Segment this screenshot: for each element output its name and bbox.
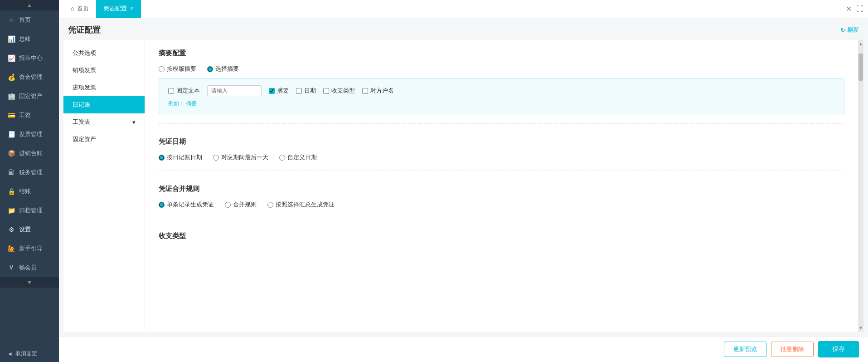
save-button[interactable]: 保存 bbox=[818, 341, 859, 357]
sidebar-item-settings[interactable]: ⚙ 设置 bbox=[0, 220, 59, 239]
cb-date[interactable]: 日期 bbox=[296, 87, 316, 95]
fixed-text-input[interactable] bbox=[207, 85, 262, 96]
merge-select[interactable]: 按照选择汇总生成凭证 bbox=[267, 201, 335, 209]
cb-income-type[interactable]: 收支类型 bbox=[323, 87, 355, 95]
window-maximize-icon[interactable]: ⛶ bbox=[856, 5, 863, 13]
summary-mode-group: 按模版摘要 选择摘要 bbox=[159, 65, 844, 73]
home-icon: ⌂ bbox=[7, 16, 15, 24]
refresh-button[interactable]: ↻ 刷新 bbox=[840, 26, 859, 34]
sidebar-item-purchase-sale[interactable]: 📦 进销台账 bbox=[0, 144, 59, 163]
sidebar-item-guide[interactable]: 🙋 新手引导 bbox=[0, 239, 59, 258]
sidebar-item-invoice-mgmt[interactable]: 🧾 发票管理 bbox=[0, 125, 59, 144]
tax-icon: 🏛 bbox=[7, 169, 15, 176]
voucher-date-journal-radio[interactable] bbox=[159, 155, 165, 161]
purchase-sale-icon: 📦 bbox=[7, 150, 15, 157]
guide-icon: 🙋 bbox=[7, 245, 15, 252]
batch-delete-button[interactable]: 批量删除 bbox=[771, 342, 814, 357]
voucher-date-last-day-radio[interactable] bbox=[213, 155, 219, 161]
sidebar-item-close[interactable]: 🔒 结账 bbox=[0, 182, 59, 201]
voucher-date-journal[interactable]: 按日记账日期 bbox=[159, 153, 202, 161]
cb-income-type-input[interactable] bbox=[323, 88, 329, 94]
sidebar-item-home[interactable]: ⌂ 首页 bbox=[0, 10, 59, 29]
content-area: 凭证配置 ↻ 刷新 公共选项 销项发票 进项发票 日记账 bbox=[59, 18, 868, 362]
left-nav-payroll-table[interactable]: 工资表 ▾ bbox=[63, 113, 145, 131]
section-merge-rules: 凭证合并规则 单条记录生成凭证 合并规则 按照选择汇总生成凭证 bbox=[159, 185, 844, 218]
refresh-icon: ↻ bbox=[840, 27, 845, 34]
sidebar-item-payroll[interactable]: 💳 工资 bbox=[0, 106, 59, 125]
page-title: 凭证配置 bbox=[68, 24, 101, 35]
assets-icon: 🏢 bbox=[7, 93, 15, 100]
layout: 公共选项 销项发票 进项发票 日记账 工资表 ▾ 固定资产 bbox=[63, 40, 863, 332]
section-summary: 摘要配置 按模版摘要 选择摘要 bbox=[159, 49, 844, 124]
sidebar-item-vip[interactable]: V 畅会员 bbox=[0, 258, 59, 277]
tab-home[interactable]: ⌂ 首页 bbox=[63, 0, 96, 18]
cb-date-input[interactable] bbox=[296, 88, 302, 94]
sidebar-scroll-up[interactable]: ▲ bbox=[0, 0, 59, 10]
left-nav-public[interactable]: 公共选项 bbox=[63, 44, 145, 62]
voucher-date-group: 按日记账日期 对应期间最后一天 自定义日期 bbox=[159, 153, 844, 161]
section-income-type: 收支类型 bbox=[159, 232, 844, 257]
cb-counterpart[interactable]: 对方户名 bbox=[362, 87, 394, 95]
tab-bar-right: ✕ ⛶ bbox=[846, 5, 863, 13]
main-area: ⌂ 首页 凭证配置 ✕ ✕ ⛶ 凭证配置 ↻ 刷新 公共选项 bbox=[59, 0, 868, 362]
sidebar-pin-button[interactable]: ◄ 取消固定 bbox=[0, 345, 59, 362]
cb-counterpart-input[interactable] bbox=[362, 88, 368, 94]
summary-mode-select-radio[interactable] bbox=[207, 66, 213, 72]
merge-single-radio[interactable] bbox=[159, 202, 165, 208]
reports-icon: 📈 bbox=[7, 54, 15, 62]
tab-voucher-config[interactable]: 凭证配置 ✕ bbox=[96, 0, 141, 18]
scrollbar-thumb[interactable] bbox=[858, 54, 863, 81]
payroll-icon: 💳 bbox=[7, 112, 15, 119]
voucher-date-last-day[interactable]: 对应期间最后一天 bbox=[213, 153, 268, 161]
voucher-date-title: 凭证日期 bbox=[159, 137, 844, 146]
scrollbar-up[interactable]: ▲ bbox=[858, 40, 863, 48]
close-account-icon: 🔒 bbox=[7, 188, 15, 195]
summary-checkbox-row: 固定文本 摘要 日期 bbox=[168, 85, 835, 96]
left-nav-purchase-invoice[interactable]: 进项发票 bbox=[63, 79, 145, 96]
sidebar-scroll-down[interactable]: ▼ bbox=[0, 277, 59, 288]
tab-close-icon[interactable]: ✕ bbox=[130, 5, 134, 11]
merge-select-radio[interactable] bbox=[267, 202, 273, 208]
invoice-mgmt-icon: 🧾 bbox=[7, 131, 15, 138]
ledger-icon: 📊 bbox=[7, 35, 15, 43]
cb-summary-input[interactable] bbox=[269, 88, 275, 94]
left-nav-journal[interactable]: 日记账 bbox=[63, 96, 145, 113]
summary-config-box: 固定文本 摘要 日期 bbox=[159, 78, 844, 114]
sidebar-item-assets[interactable]: 🏢 固定资产 bbox=[0, 87, 59, 106]
section-voucher-date: 凭证日期 按日记账日期 对应期间最后一天 自定义日期 bbox=[159, 137, 844, 171]
settings-icon: ⚙ bbox=[7, 226, 15, 233]
cb-fixed-text[interactable]: 固定文本 bbox=[168, 87, 200, 95]
vip-icon: V bbox=[7, 264, 15, 271]
summary-mode-template[interactable]: 按模版摘要 bbox=[159, 65, 196, 73]
summary-mode-template-radio[interactable] bbox=[159, 66, 165, 72]
page-header: 凭证配置 ↻ 刷新 bbox=[59, 18, 868, 40]
sidebar-item-ledger[interactable]: 📊 总账 bbox=[0, 29, 59, 49]
sidebar-item-archive[interactable]: 📁 归档管理 bbox=[0, 201, 59, 220]
funds-icon: 💰 bbox=[7, 73, 15, 81]
left-nav-sales-invoice[interactable]: 销项发票 bbox=[63, 62, 145, 79]
merge-rules-group: 单条记录生成凭证 合并规则 按照选择汇总生成凭证 bbox=[159, 201, 844, 209]
merge-rule[interactable]: 合并规则 bbox=[225, 201, 257, 209]
merge-single[interactable]: 单条记录生成凭证 bbox=[159, 201, 214, 209]
sidebar-item-reports[interactable]: 📈 报表中心 bbox=[0, 49, 59, 68]
cb-fixed-text-input[interactable] bbox=[168, 88, 174, 94]
left-nav-fixed-assets[interactable]: 固定资产 bbox=[63, 131, 145, 148]
sidebar-item-tax[interactable]: 🏛 税务管理 bbox=[0, 163, 59, 182]
cb-summary[interactable]: 摘要 bbox=[269, 87, 289, 95]
update-preview-button[interactable]: 更新预览 bbox=[724, 342, 766, 357]
bottom-bar: 更新预览 批量删除 保存 bbox=[59, 336, 868, 362]
income-type-title: 收支类型 bbox=[159, 232, 844, 240]
home-tab-icon: ⌂ bbox=[71, 5, 74, 12]
merge-rule-radio[interactable] bbox=[225, 202, 231, 208]
window-close-icon[interactable]: ✕ bbox=[846, 5, 852, 13]
summary-mode-select[interactable]: 选择摘要 bbox=[207, 65, 239, 73]
voucher-date-custom-radio[interactable] bbox=[279, 155, 285, 161]
voucher-date-custom[interactable]: 自定义日期 bbox=[279, 153, 317, 161]
left-nav: 公共选项 销项发票 进项发票 日记账 工资表 ▾ 固定资产 bbox=[63, 40, 145, 332]
pin-icon: ◄ bbox=[7, 351, 13, 357]
sidebar-item-funds[interactable]: 💰 资金管理 bbox=[0, 68, 59, 87]
scrollbar-down[interactable]: ▼ bbox=[858, 324, 863, 332]
sidebar: ▲ ⌂ 首页 📊 总账 📈 报表中心 💰 资金管理 🏢 固定资产 💳 工资 🧾 … bbox=[0, 0, 59, 362]
main-scrollbar[interactable]: ▲ ▼ bbox=[858, 40, 863, 332]
merge-rules-title: 凭证合并规则 bbox=[159, 185, 844, 193]
